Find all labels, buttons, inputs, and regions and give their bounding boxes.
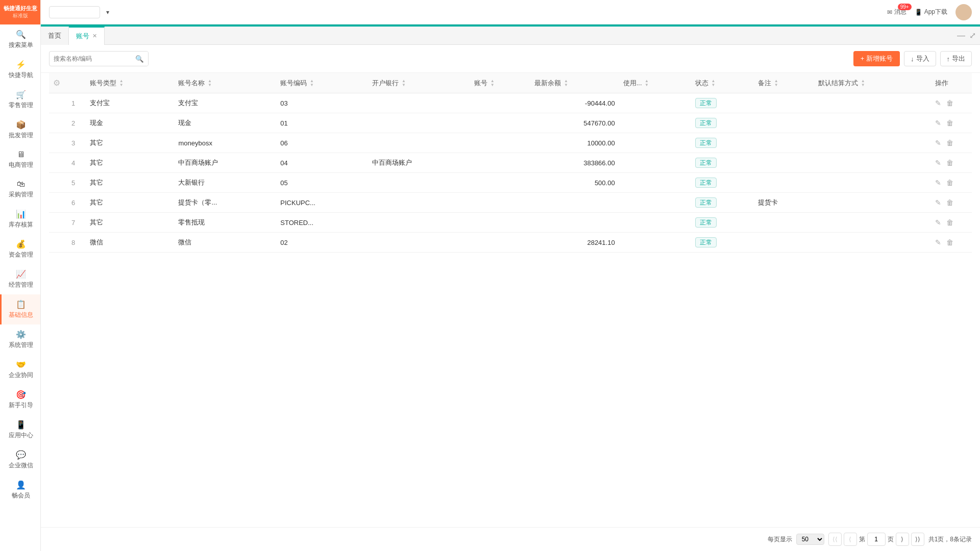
cell-status-3: 正常	[691, 153, 754, 173]
col-usage[interactable]: 使用... ▲▼	[619, 73, 691, 93]
cell-settlement-4	[814, 173, 931, 193]
import-button[interactable]: ↓ 导入	[904, 51, 936, 66]
sidebar-label-system: 系统管理	[9, 341, 33, 349]
sidebar-item-system[interactable]: ⚙️ 系统管理	[0, 324, 40, 355]
cell-num-1: 2	[67, 113, 86, 133]
basicinfo-icon: 📋	[16, 299, 26, 309]
tab-close-icon[interactable]: ✕	[92, 33, 97, 39]
app-download-button[interactable]: 📱 App下载	[915, 8, 947, 16]
edit-icon-2[interactable]: ✎	[935, 139, 941, 147]
page-content: 🔍 + 新增账号 ↓ 导入 ↑ 导出	[41, 45, 980, 551]
delete-icon-6[interactable]: 🗑	[946, 218, 953, 227]
col-code[interactable]: 账号编码 ▲▼	[276, 73, 368, 93]
sidebar-item-retail[interactable]: 🛒 零售管理	[0, 85, 40, 115]
cell-code-6: STORED...	[276, 213, 368, 233]
maximize-icon[interactable]: ⤢	[969, 31, 976, 40]
cell-actions-5: ✎ 🗑	[931, 193, 972, 213]
delete-icon-3[interactable]: 🗑	[946, 159, 953, 167]
column-settings-icon[interactable]: ⚙	[53, 79, 60, 87]
cell-settlement-7	[814, 233, 931, 253]
sidebar-item-basicinfo[interactable]: 📋 基础信息	[0, 294, 40, 324]
message-badge: 99+	[898, 4, 912, 10]
search-button[interactable]: 🔍	[131, 52, 148, 66]
cell-bank-1	[368, 113, 470, 133]
sidebar-item-purchase[interactable]: 🛍 采购管理	[0, 174, 40, 204]
col-bank[interactable]: 开户银行 ▲▼	[368, 73, 470, 93]
sidebar-item-member[interactable]: 👤 畅会员	[0, 475, 40, 505]
export-button[interactable]: ↑ 导出	[940, 51, 972, 66]
cell-account-5	[470, 193, 530, 213]
sidebar-item-enterprise[interactable]: 🤝 企业协同	[0, 355, 40, 385]
edit-icon-3[interactable]: ✎	[935, 159, 941, 167]
page-number-input[interactable]	[867, 533, 886, 546]
user-avatar[interactable]	[955, 4, 972, 20]
cell-bank-2	[368, 133, 470, 153]
table-row: 7 其它 零售抵现 STORED... 正常 ✎ 🗑	[49, 213, 972, 233]
cell-settlement-1	[814, 113, 931, 133]
edit-icon-6[interactable]: ✎	[935, 218, 941, 227]
col-status[interactable]: 状态 ▲▼	[691, 73, 754, 93]
page-size-select[interactable]: 50 100 200	[796, 534, 824, 545]
sidebar-item-operations[interactable]: 📈 经营管理	[0, 264, 40, 294]
sidebar-item-guide[interactable]: 🎯 新手引导	[0, 385, 40, 415]
cell-num-5: 6	[67, 193, 86, 213]
sidebar-item-quicknav[interactable]: ⚡ 快捷导航	[0, 55, 40, 85]
col-account[interactable]: 账号 ▲▼	[470, 73, 530, 93]
toolbar-right: + 新增账号 ↓ 导入 ↑ 导出	[853, 51, 972, 66]
tab-account-label: 账号	[76, 32, 89, 41]
delete-icon-0[interactable]: 🗑	[946, 99, 953, 107]
sort-code-icon: ▲▼	[310, 79, 314, 87]
sidebar-label-finance: 资金管理	[9, 251, 33, 259]
col-type[interactable]: 账号类型 ▲▼	[86, 73, 174, 93]
prev-page-button[interactable]: ⟨	[844, 533, 857, 546]
col-default-settlement[interactable]: 默认结算方式 ▲▼	[814, 73, 931, 93]
delete-icon-2[interactable]: 🗑	[946, 139, 953, 147]
tab-bar: 首页 账号 ✕ — ⤢	[41, 27, 980, 45]
add-account-button[interactable]: + 新增账号	[853, 51, 900, 66]
delete-icon-5[interactable]: 🗑	[946, 198, 953, 207]
search-input[interactable]	[50, 55, 131, 62]
sidebar-item-ecommerce[interactable]: 🖥 电商管理	[0, 145, 40, 174]
delete-icon-7[interactable]: 🗑	[946, 238, 953, 246]
sidebar-label-guide: 新手引导	[9, 401, 33, 410]
sidebar-item-wholesale[interactable]: 📦 批发管理	[0, 115, 40, 145]
cell-usage-6	[619, 213, 691, 233]
edit-icon-1[interactable]: ✎	[935, 119, 941, 127]
enterprise-icon: 🤝	[16, 360, 26, 369]
edit-icon-4[interactable]: ✎	[935, 179, 941, 187]
cell-code-4: 05	[276, 173, 368, 193]
edit-icon-5[interactable]: ✎	[935, 198, 941, 207]
sidebar-item-inventory[interactable]: 📊 库存核算	[0, 204, 40, 234]
sort-status-icon: ▲▼	[711, 79, 715, 87]
minimize-icon[interactable]: —	[957, 31, 965, 40]
sidebar-item-finance[interactable]: 💰 资金管理	[0, 234, 40, 264]
tab-home[interactable]: 首页	[41, 27, 69, 45]
sidebar-label-inventory: 库存核算	[9, 220, 33, 229]
message-icon: ✉	[887, 9, 892, 16]
cell-name-7: 微信	[174, 233, 276, 253]
first-page-button[interactable]: ⟨⟨	[828, 533, 842, 546]
cell-usage-1	[619, 113, 691, 133]
sidebar-item-search[interactable]: 🔍 搜索菜单	[0, 24, 40, 55]
header-search-input[interactable]	[49, 6, 100, 18]
sidebar-item-wechat[interactable]: 💬 企业微信	[0, 445, 40, 475]
delete-icon-1[interactable]: 🗑	[946, 119, 953, 127]
cell-actions-7: ✎ 🗑	[931, 233, 972, 253]
tab-account[interactable]: 账号 ✕	[69, 27, 105, 45]
messages-button[interactable]: ✉ 消息 99+	[887, 8, 906, 16]
sidebar-label-member: 畅会员	[12, 491, 30, 500]
edit-icon-7[interactable]: ✎	[935, 238, 941, 246]
col-remark[interactable]: 备注 ▲▼	[754, 73, 814, 93]
next-page-button[interactable]: ⟩	[896, 533, 909, 546]
sidebar-label-purchase: 采购管理	[9, 190, 33, 199]
delete-icon-4[interactable]: 🗑	[946, 179, 953, 187]
edit-icon-0[interactable]: ✎	[935, 99, 941, 107]
cell-actions-3: ✎ 🗑	[931, 153, 972, 173]
last-page-button[interactable]: ⟩⟩	[911, 533, 924, 546]
sidebar-label-basicinfo: 基础信息	[9, 311, 33, 319]
sidebar-item-apps[interactable]: 📱 应用中心	[0, 415, 40, 445]
cell-remark-3	[754, 153, 814, 173]
col-balance[interactable]: 最新余额 ▲▼	[530, 73, 619, 93]
header-dropdown[interactable]: ▾	[106, 9, 109, 16]
col-name[interactable]: 账号名称 ▲▼	[174, 73, 276, 93]
